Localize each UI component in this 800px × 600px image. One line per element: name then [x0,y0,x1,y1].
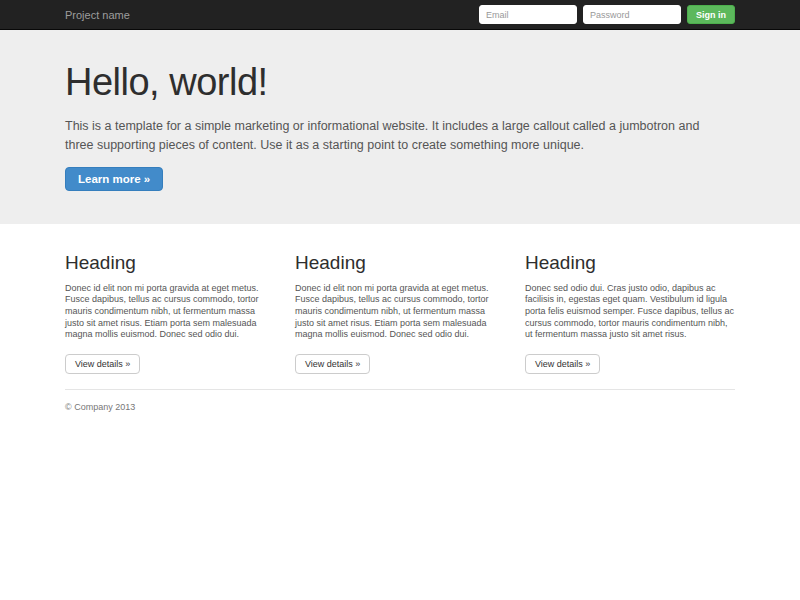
column-body: Donec id elit non mi porta gravida at eg… [65,283,275,341]
jumbotron-title: Hello, world! [65,61,735,104]
view-details-button-2[interactable]: View details » [295,354,370,374]
footer: © Company 2013 [65,389,735,412]
column-heading: Heading [65,252,275,274]
jumbotron: Hello, world! This is a template for a s… [0,30,800,224]
email-field[interactable] [479,5,577,24]
jumbotron-lead: This is a template for a simple marketin… [65,117,725,155]
column-heading: Heading [525,252,735,274]
copyright-text: © Company 2013 [65,402,735,412]
footer-divider [65,389,735,390]
marketing-column-3: Heading Donec sed odio dui. Cras justo o… [525,240,735,374]
sign-in-button[interactable]: Sign in [687,5,735,24]
sign-in-form: Sign in [479,5,735,24]
navbar: Project name Sign in [0,0,800,30]
column-heading: Heading [295,252,505,274]
navbar-brand[interactable]: Project name [65,9,130,21]
view-details-button-1[interactable]: View details » [65,354,140,374]
column-body: Donec sed odio dui. Cras justo odio, dap… [525,283,735,341]
marketing-column-2: Heading Donec id elit non mi porta gravi… [295,240,505,374]
view-details-button-3[interactable]: View details » [525,354,600,374]
marketing-column-1: Heading Donec id elit non mi porta gravi… [65,240,275,374]
marketing-section: Heading Donec id elit non mi porta gravi… [65,224,735,412]
column-body: Donec id elit non mi porta gravida at eg… [295,283,505,341]
password-field[interactable] [583,5,681,24]
learn-more-button[interactable]: Learn more » [65,167,163,191]
